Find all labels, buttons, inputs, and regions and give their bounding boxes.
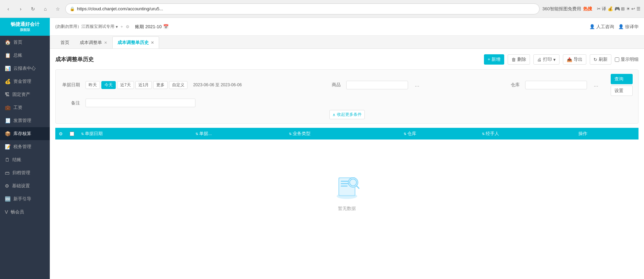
print-dropdown-icon: ▾ — [553, 57, 556, 62]
browser-chrome: ‹ › ↻ ⌂ ☆ 🔒 https://cloud.chanjet.com/ac… — [0, 0, 644, 18]
refresh-button[interactable]: ↻ 刷新 — [590, 54, 611, 65]
tab-home[interactable]: 首页 — [55, 36, 75, 48]
settings-icon[interactable]: ⚙ — [126, 24, 129, 29]
collapse-icon: ∧ — [332, 112, 336, 117]
refresh-browser-button[interactable]: ↻ — [28, 4, 38, 14]
sidebar-item-settings[interactable]: ⚙基础设置 — [0, 179, 50, 192]
company-selector[interactable]: (勿删勿禁用）江西服宝测试专用 ▾ + ⚙ — [55, 24, 129, 30]
date-shortcut-今天[interactable]: 今天 — [101, 81, 116, 89]
show-cols-toggle[interactable]: 显示明细 — [615, 56, 639, 63]
sidebar-label-inventory: 库存核算 — [13, 131, 31, 137]
add-company-icon[interactable]: + — [121, 24, 123, 29]
refresh-label: 刷新 — [599, 56, 608, 63]
address-bar[interactable]: 🔒 https://cloud.chanjet.com/accounting/u… — [65, 3, 540, 14]
print-button[interactable]: 🖨 打印 ▾ — [533, 54, 560, 65]
sidebar-label-archive: 归档管理 — [12, 170, 30, 176]
service-button[interactable]: 👤 人工咨询 — [589, 24, 614, 30]
product-input[interactable] — [346, 81, 408, 89]
sidebar-item-salary[interactable]: 💼工资 — [0, 101, 50, 114]
warehouse-input[interactable] — [525, 81, 587, 89]
calendar-icon[interactable]: 📅 — [163, 24, 169, 29]
sidebar-label-fixed-assets: 固定资产 — [12, 91, 30, 98]
empty-illustration — [330, 167, 364, 201]
sidebar-item-home[interactable]: 🏠首页 — [0, 36, 50, 49]
sort-arrows-handler: ⇅ — [482, 132, 485, 136]
svg-line-8 — [357, 186, 359, 188]
tab-label-cost-adjust-history: 成本调整单历史 — [117, 40, 149, 46]
browser-toolbar-right: 360智能抠图免费用 热搜 ✂ 译 💰 🎮 ⊞ ☀ ↩ ☰ — [542, 6, 641, 12]
date-shortcut-更多[interactable]: 更多 — [153, 81, 168, 89]
sidebar-item-fixed-assets[interactable]: 🏗固定资产 — [0, 88, 50, 101]
date-shortcut-自定义[interactable]: 自定义 — [169, 81, 188, 89]
sidebar-item-member[interactable]: V畅会员 — [0, 205, 50, 219]
filter-row-1: 单据日期 昨天今天近7天近1月更多自定义 2023-06-06 至 2023-0… — [61, 74, 633, 96]
export-button[interactable]: 📤 导出 — [563, 54, 586, 65]
tab-cost-adjust[interactable]: 成本调整单✕ — [75, 36, 112, 48]
th-biz_type[interactable]: ⇅业务类型 — [285, 128, 400, 140]
tab-close-cost-adjust[interactable]: ✕ — [104, 41, 107, 45]
data-table: ⚙⇅单据日期⇅单据...⇅业务类型⇅仓库⇅经手人操作 — [55, 128, 639, 140]
sidebar-item-invoice[interactable]: 🧾发票管理 — [0, 114, 50, 127]
date-shortcuts: 昨天今天近7天近1月更多自定义 — [86, 81, 188, 89]
forward-button[interactable]: › — [16, 4, 25, 14]
print-icon: 🖨 — [537, 57, 542, 62]
show-cols-checkbox[interactable] — [615, 57, 619, 62]
sidebar-label-member: 畅会员 — [11, 209, 24, 215]
sidebar-item-guide[interactable]: 🆕新手引导 — [0, 192, 50, 205]
back-button[interactable]: ‹ — [3, 4, 13, 14]
add-button[interactable]: + 新增 — [484, 54, 504, 65]
sidebar-label-funds: 资金管理 — [13, 78, 31, 85]
warehouse-more-dots[interactable]: ... — [592, 82, 600, 88]
page-content: 成本调整单历史 + 新增 🗑 删除 🖨 打印 ▾ 📤 导出 — [50, 49, 644, 279]
sidebar-item-checkout[interactable]: 🗒结账 — [0, 153, 50, 166]
sidebar-item-ledger[interactable]: 📋总账 — [0, 49, 50, 62]
remark-input[interactable] — [86, 99, 195, 107]
tab-cost-adjust-history[interactable]: 成本调整单历史✕ — [112, 36, 159, 48]
date-shortcut-近1月[interactable]: 近1月 — [135, 81, 152, 89]
user-name[interactable]: 👤 徐译华 — [618, 24, 639, 30]
print-label: 打印 — [543, 56, 552, 63]
th-date[interactable]: ⇅单据日期 — [78, 128, 192, 140]
sidebar-item-tax[interactable]: 📝税务管理 — [0, 140, 50, 153]
th-checkbox — [66, 128, 78, 140]
sort-arrows-warehouse: ⇅ — [404, 132, 406, 136]
logo-top: 畅捷通好会计 — [11, 21, 39, 27]
sidebar-item-reports[interactable]: 📊云报表中心 — [0, 62, 50, 75]
delete-button[interactable]: 🗑 删除 — [508, 54, 530, 65]
tab-close-cost-adjust-history[interactable]: ✕ — [151, 41, 154, 45]
export-label: 导出 — [574, 56, 583, 63]
hot-label: 热搜 — [583, 6, 592, 12]
sidebar-icon-invoice: 🧾 — [5, 118, 11, 123]
date-shortcut-昨天[interactable]: 昨天 — [86, 81, 100, 89]
sidebar-item-inventory[interactable]: 📦库存核算 — [0, 127, 50, 140]
date-shortcut-近7天[interactable]: 近7天 — [117, 81, 134, 89]
query-button[interactable]: 查询 — [611, 74, 633, 84]
sidebar-item-archive[interactable]: 🗃归档管理 — [0, 166, 50, 179]
collapse-row: ∧ 收起更多条件 — [61, 110, 633, 119]
sidebar-item-funds[interactable]: 💰资金管理 — [0, 75, 50, 88]
service-label: 人工咨询 — [596, 24, 614, 30]
sort-arrows-date: ⇅ — [81, 132, 84, 136]
delete-icon: 🗑 — [511, 57, 516, 62]
sidebar-icon-checkout: 🗒 — [5, 157, 10, 163]
product-more-dots[interactable]: ... — [414, 82, 421, 88]
th-warehouse[interactable]: ⇅仓库 — [400, 128, 479, 140]
th-number[interactable]: ⇅单据... — [192, 128, 285, 140]
select-all-checkbox[interactable] — [70, 132, 74, 136]
th-actions: 操作 — [575, 128, 639, 140]
bookmark-button[interactable]: ☆ — [53, 4, 63, 14]
sidebar-icon-guide: 🆕 — [5, 196, 11, 202]
collapse-label: 收起更多条件 — [337, 112, 362, 118]
table-header-row: ⚙⇅单据日期⇅单据...⇅业务类型⇅仓库⇅经手人操作 — [55, 128, 639, 140]
refresh-icon: ↻ — [594, 57, 597, 62]
company-dropdown-icon: ▾ — [116, 24, 118, 29]
period-value: 2021-10 — [145, 24, 162, 29]
sidebar-label-reports: 云报表中心 — [13, 65, 36, 71]
home-browser-button[interactable]: ⌂ — [41, 4, 50, 14]
th-handler[interactable]: ⇅经手人 — [478, 128, 575, 140]
svg-rect-4 — [341, 183, 349, 184]
collapse-button[interactable]: ∧ 收起更多条件 — [329, 110, 365, 119]
settings-filter-button[interactable]: 设置 — [611, 86, 633, 96]
page-title: 成本调整单历史 — [55, 56, 94, 63]
sort-arrows-number: ⇅ — [195, 132, 198, 136]
